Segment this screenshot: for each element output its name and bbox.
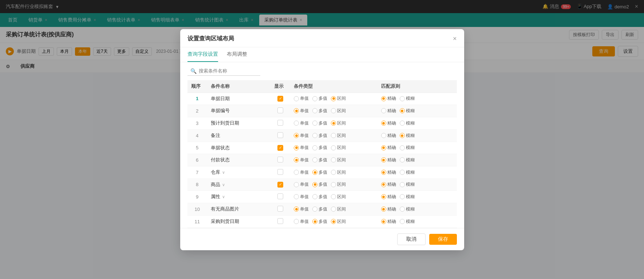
type-radio-range[interactable]: 区间 (331, 145, 346, 151)
type-radio-multi[interactable]: 多值 (312, 145, 327, 151)
type-radio-single[interactable]: 单值 (294, 108, 309, 114)
modal-overlay[interactable]: 设置查询区域布局 × 查询字段设置 布局调整 🔍 顺序 (0, 0, 644, 279)
match-radio-fuzzy[interactable]: 模糊 (400, 95, 415, 102)
order-number: 4 (196, 133, 198, 138)
type-radio-range[interactable]: 区间 (331, 108, 346, 114)
row-display-check[interactable] (270, 166, 290, 178)
match-radio-exact[interactable]: 精确 (381, 120, 396, 126)
match-radio-exact[interactable]: 精确 (381, 181, 396, 188)
row-display-check[interactable] (270, 105, 290, 117)
row-match: 精确模糊 (378, 117, 457, 129)
radio-label: 精确 (387, 181, 396, 188)
display-checkbox[interactable] (277, 96, 283, 102)
match-radio-exact[interactable]: 精确 (381, 108, 396, 114)
match-radio-fuzzy[interactable]: 模糊 (400, 219, 415, 225)
type-radio-multi[interactable]: 多值 (312, 219, 327, 225)
row-display-check[interactable] (270, 190, 290, 203)
row-display-check[interactable] (270, 142, 290, 154)
match-radio-exact[interactable]: 精确 (381, 95, 396, 102)
type-radio-range[interactable]: 区间 (331, 133, 346, 139)
match-radio-fuzzy[interactable]: 模糊 (400, 145, 415, 151)
match-radio-fuzzy[interactable]: 模糊 (400, 157, 415, 163)
radio-label: 精确 (387, 95, 396, 102)
dialog-tab-layout[interactable]: 布局调整 (227, 47, 247, 62)
type-radio-single[interactable]: 单值 (294, 194, 309, 200)
type-radio-multi[interactable]: 多值 (312, 169, 327, 176)
type-radio-range[interactable]: 区间 (331, 120, 346, 126)
type-radio-range[interactable]: 区间 (331, 181, 346, 188)
type-radio-multi[interactable]: 多值 (312, 133, 327, 139)
radio-dot-icon (331, 108, 336, 113)
match-radio-fuzzy[interactable]: 模糊 (400, 194, 415, 200)
cancel-button[interactable]: 取消 (397, 233, 426, 245)
type-radio-multi[interactable]: 多值 (312, 194, 327, 200)
type-radio-single[interactable]: 单值 (294, 95, 309, 102)
row-display-check[interactable] (270, 215, 290, 228)
type-radio-single[interactable]: 单值 (294, 181, 309, 188)
match-radio-fuzzy[interactable]: 模糊 (400, 133, 415, 139)
row-display-check[interactable] (270, 117, 290, 129)
row-display-check[interactable] (270, 154, 290, 166)
match-radio-fuzzy[interactable]: 模糊 (400, 120, 415, 126)
type-radio-range[interactable]: 区间 (331, 194, 346, 200)
type-radio-multi[interactable]: 多值 (312, 95, 327, 102)
display-checkbox[interactable] (277, 145, 283, 151)
type-radio-multi[interactable]: 多值 (312, 181, 327, 188)
type-radio-range[interactable]: 区间 (331, 219, 346, 225)
match-radio-fuzzy[interactable]: 模糊 (400, 181, 415, 188)
radio-dot-icon (331, 219, 336, 224)
match-radio-fuzzy[interactable]: 模糊 (400, 108, 415, 114)
dialog-tab-query-fields[interactable]: 查询字段设置 (187, 47, 218, 62)
type-radio-range[interactable]: 区间 (331, 206, 346, 212)
row-match: 精确模糊 (378, 93, 457, 105)
type-radio-single[interactable]: 单值 (294, 169, 309, 176)
display-checkbox[interactable] (277, 218, 283, 224)
match-radio-exact[interactable]: 精确 (381, 133, 396, 139)
display-checkbox[interactable] (277, 157, 283, 162)
type-radio-single[interactable]: 单值 (294, 219, 309, 225)
order-number: 7 (196, 170, 198, 175)
type-radio-multi[interactable]: 多值 (312, 108, 327, 114)
type-radio-single[interactable]: 单值 (294, 120, 309, 126)
type-radio-range[interactable]: 区间 (331, 157, 346, 163)
display-checkbox[interactable] (277, 182, 283, 188)
display-checkbox[interactable] (277, 193, 283, 199)
type-radio-single[interactable]: 单值 (294, 206, 309, 212)
match-radio-fuzzy[interactable]: 模糊 (400, 206, 415, 212)
type-radio-range[interactable]: 区间 (331, 95, 346, 102)
row-display-check[interactable] (270, 178, 290, 190)
display-checkbox[interactable] (277, 206, 283, 212)
display-checkbox[interactable] (277, 132, 283, 138)
row-display-check[interactable] (270, 203, 290, 215)
match-radio-exact[interactable]: 精确 (381, 219, 396, 225)
row-display-check[interactable] (270, 93, 290, 105)
type-radio-multi[interactable]: 多值 (312, 157, 327, 163)
radio-label: 单值 (300, 95, 309, 102)
match-radio-fuzzy[interactable]: 模糊 (400, 169, 415, 176)
search-input[interactable] (199, 68, 253, 74)
row-display-check[interactable] (270, 129, 290, 142)
match-radio-exact[interactable]: 精确 (381, 145, 396, 151)
radio-label: 单值 (300, 120, 309, 126)
row-match: 精确模糊 (378, 129, 457, 142)
col-name: 条件名称 (207, 80, 270, 93)
display-checkbox[interactable] (277, 107, 283, 113)
radio-dot-icon (400, 108, 405, 113)
type-radio-single[interactable]: 单值 (294, 157, 309, 163)
match-radio-exact[interactable]: 精确 (381, 157, 396, 163)
type-radio-range[interactable]: 区间 (331, 169, 346, 176)
save-button[interactable]: 保存 (429, 234, 457, 245)
dialog-close-btn[interactable]: × (453, 35, 457, 43)
type-radio-multi[interactable]: 多值 (312, 206, 327, 212)
display-checkbox[interactable] (277, 120, 283, 126)
radio-dot-icon (400, 145, 405, 150)
display-checkbox[interactable] (277, 169, 283, 175)
table-row: 3预计到货日期单值多值区间精确模糊 (187, 117, 457, 129)
type-radio-multi[interactable]: 多值 (312, 120, 327, 126)
match-radio-exact[interactable]: 精确 (381, 169, 396, 176)
type-radio-single[interactable]: 单值 (294, 133, 309, 139)
match-radio-exact[interactable]: 精确 (381, 206, 396, 212)
match-radio-exact[interactable]: 精确 (381, 194, 396, 200)
type-radio-single[interactable]: 单值 (294, 145, 309, 151)
row-type: 单值多值区间 (290, 190, 377, 203)
